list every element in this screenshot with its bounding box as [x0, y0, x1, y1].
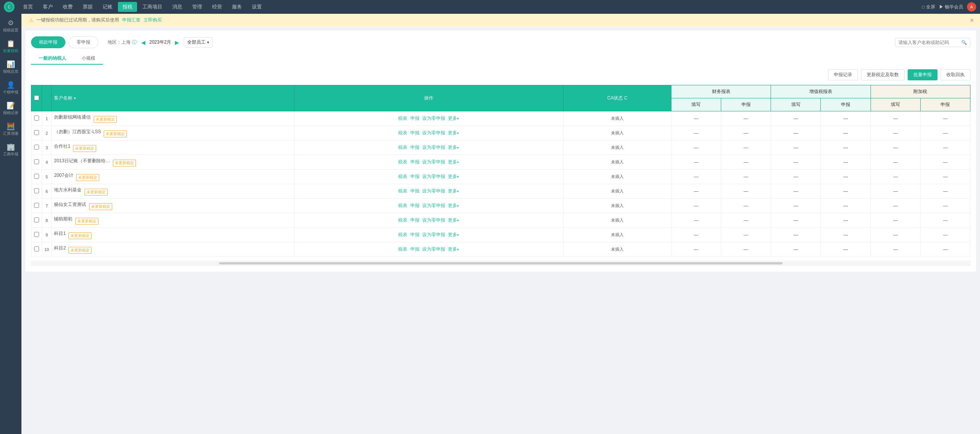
row-tax-submit: —: [821, 228, 871, 242]
op-more[interactable]: 更多▾: [448, 174, 459, 179]
info-icon[interactable]: ⓘ: [132, 39, 137, 46]
op-submit[interactable]: 申报: [410, 188, 420, 194]
nav-invoice[interactable]: 票据: [78, 2, 97, 12]
shouhui-btn[interactable]: 收取回执: [941, 69, 970, 80]
op-zero[interactable]: 设为零申报: [422, 145, 445, 150]
op-submit[interactable]: 申报: [410, 203, 420, 208]
op-submit[interactable]: 申报: [410, 145, 420, 150]
fullscreen-btn[interactable]: □ 全屏: [922, 4, 935, 10]
row-checkbox[interactable]: [34, 130, 39, 135]
nav-business[interactable]: 工商项目: [138, 2, 167, 12]
op-taxform[interactable]: 税表: [398, 232, 407, 237]
staff-select[interactable]: 全部员工 ▾: [184, 37, 212, 47]
op-submit[interactable]: 申报: [410, 130, 420, 135]
sidebar-item-baoshuishezhi[interactable]: ⚙ 报税设置: [0, 16, 21, 36]
nav-accounting[interactable]: 记账: [98, 2, 117, 12]
op-submit[interactable]: 申报: [410, 174, 420, 179]
row-checkbox[interactable]: [34, 145, 39, 150]
sidebar-item-gongshangnian[interactable]: 🏢 工商年报: [0, 140, 21, 160]
sidebar-item-baoshuzonglan[interactable]: 📊 报税总览: [0, 57, 21, 77]
op-zero[interactable]: 设为零申报: [422, 188, 445, 194]
nav-service[interactable]: 服务: [227, 2, 247, 12]
op-more[interactable]: 更多▾: [448, 130, 459, 135]
op-taxform[interactable]: 税表: [398, 130, 407, 135]
sidebar-label-baoshuzonglan: 报税总览: [3, 69, 18, 74]
subtab-xiaoguimo[interactable]: 小规模: [74, 53, 103, 65]
avatar[interactable]: A: [967, 2, 976, 11]
piliang-shenbao-btn[interactable]: 批量申报: [908, 69, 938, 80]
op-more[interactable]: 更多▾: [448, 159, 459, 165]
vip-btn[interactable]: ▶ 畅学会员: [939, 4, 963, 10]
op-zero[interactable]: 设为零申报: [422, 246, 445, 252]
report-link[interactable]: 申报汇签: [122, 17, 140, 23]
op-more[interactable]: 更多▾: [448, 116, 459, 121]
sidebar-item-jilu[interactable]: 📝 报税记录: [0, 98, 21, 118]
subtab-yiban[interactable]: 一般的纳税人: [31, 53, 74, 65]
region-label: 地区：上海 ⓘ: [108, 39, 137, 46]
op-taxform[interactable]: 税表: [398, 188, 407, 194]
op-taxform[interactable]: 税表: [398, 145, 407, 150]
sidebar-item-piliangshuibao[interactable]: 📋 批量报税: [0, 36, 21, 56]
gengxin-btn[interactable]: 更新税定及取数: [861, 69, 905, 80]
next-period-btn[interactable]: ▶: [173, 39, 181, 46]
row-checkbox[interactable]: [34, 217, 39, 222]
op-submit[interactable]: 申报: [410, 116, 420, 121]
nav-settings[interactable]: 设置: [247, 2, 266, 12]
op-zero[interactable]: 设为零申报: [422, 174, 445, 179]
op-taxform[interactable]: 税表: [398, 159, 407, 165]
row-checkbox[interactable]: [34, 116, 39, 121]
sidebar-item-geshen[interactable]: 👤 个税申报: [0, 78, 21, 98]
op-zero[interactable]: 设为零申报: [422, 232, 445, 237]
nav-operation[interactable]: 经营: [207, 2, 227, 12]
op-taxform[interactable]: 税表: [398, 217, 407, 223]
op-taxform[interactable]: 税表: [398, 203, 407, 208]
th-fin-fill: 填写: [671, 98, 721, 111]
op-more[interactable]: 更多▾: [448, 246, 459, 252]
op-zero[interactable]: 设为零申报: [422, 203, 445, 208]
shenbao-jilu-btn[interactable]: 申报记录: [828, 69, 858, 80]
select-all-checkbox[interactable]: [34, 95, 39, 100]
row-name: （勿删）江西股宝-LSS 未更新税定: [52, 126, 294, 140]
tab-lingbao[interactable]: 零申报: [69, 36, 98, 48]
op-taxform[interactable]: 税表: [398, 174, 407, 179]
op-submit[interactable]: 申报: [410, 217, 420, 223]
horizontal-scrollbar[interactable]: [31, 261, 970, 266]
op-taxform[interactable]: 税表: [398, 246, 407, 252]
row-fin-fill: —: [671, 126, 721, 140]
banner-close-btn[interactable]: ✕: [970, 17, 974, 23]
prev-period-btn[interactable]: ◀: [140, 39, 147, 46]
row-num: 8: [42, 213, 52, 228]
nav-message[interactable]: 消息: [168, 2, 187, 12]
row-checkbox[interactable]: [34, 246, 39, 251]
op-submit[interactable]: 申报: [410, 159, 420, 165]
op-submit[interactable]: 申报: [410, 232, 420, 237]
nav-home[interactable]: 首页: [18, 2, 38, 12]
row-checkbox-cell: [31, 126, 42, 140]
op-more[interactable]: 更多▾: [448, 188, 459, 194]
op-zero[interactable]: 设为零申报: [422, 217, 445, 223]
op-zero[interactable]: 设为零申报: [422, 159, 445, 165]
nav-fee[interactable]: 收费: [58, 2, 77, 12]
nav-tax[interactable]: 报税: [118, 2, 137, 12]
op-zero[interactable]: 设为零申报: [422, 130, 445, 135]
tab-shenbao[interactable]: 税款申报: [31, 36, 65, 48]
row-checkbox[interactable]: [34, 232, 39, 237]
buy-link[interactable]: 立即购买: [144, 17, 162, 23]
nav-customer[interactable]: 客户: [38, 2, 57, 12]
nav-manage[interactable]: 管理: [188, 2, 207, 12]
row-checkbox[interactable]: [34, 174, 39, 179]
op-zero[interactable]: 设为零申报: [422, 116, 445, 121]
op-more[interactable]: 更多▾: [448, 203, 459, 208]
op-more[interactable]: 更多▾: [448, 217, 459, 223]
row-checkbox[interactable]: [34, 188, 39, 193]
op-taxform[interactable]: 税表: [398, 116, 407, 121]
search-input[interactable]: [898, 40, 960, 45]
more-chevron-icon: ▾: [457, 160, 459, 164]
search-icon[interactable]: 🔍: [961, 40, 967, 45]
op-more[interactable]: 更多▾: [448, 232, 459, 237]
op-submit[interactable]: 申报: [410, 246, 420, 252]
row-checkbox[interactable]: [34, 159, 39, 164]
row-checkbox[interactable]: [34, 203, 39, 208]
sidebar-item-jisuanqingchu[interactable]: 🧮 汇算清缴: [0, 119, 21, 139]
op-more[interactable]: 更多▾: [448, 145, 459, 150]
